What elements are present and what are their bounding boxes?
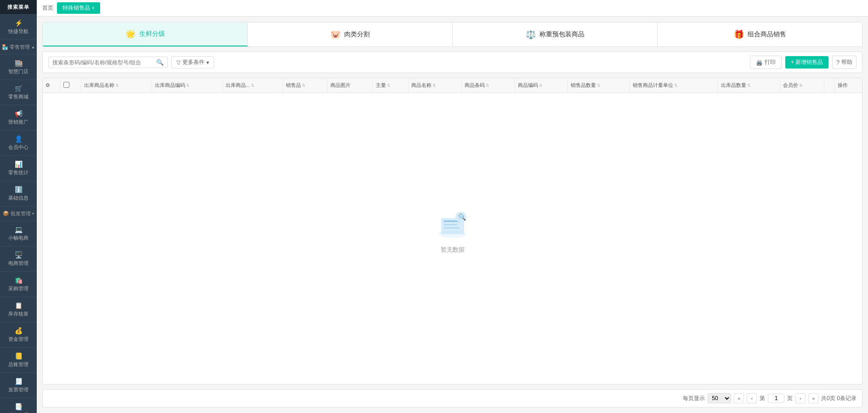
- search-box[interactable]: 🔍: [48, 57, 168, 68]
- sort-outbound-etc[interactable]: 出库商品... ⇅: [226, 82, 280, 89]
- pagination: 每页显示 50 10 20 100 « ‹ 第 页 › » 共0页 0条记录: [42, 389, 862, 407]
- filter-icon: ▽: [176, 59, 181, 66]
- table-wrapper: ⚙ 出库商品名称 ⇅ 出库商品编码 ⇅: [42, 78, 862, 384]
- sort-icon-12: ⇅: [799, 83, 803, 88]
- filter-label: 更多条件: [182, 58, 204, 66]
- sort-unit[interactable]: 销售商品计量单位 ⇅: [633, 82, 715, 89]
- sidebar-item-retailstats[interactable]: 📊 零售统计: [0, 156, 37, 181]
- sidebar-item-ecommercemgmt[interactable]: 🖥️ 电商管理: [0, 247, 37, 272]
- sidebar-section-wholesale[interactable]: 📦 批发管理 ▾: [0, 206, 37, 221]
- sort-product-code[interactable]: 商品编码 ⇅: [518, 82, 565, 89]
- wholesale-arrow: ▾: [32, 212, 34, 216]
- th-barcode: 商品条码 ⇅: [461, 78, 515, 93]
- sidebar-item-basicinfo1[interactable]: ℹ️ 基础信息: [0, 181, 37, 206]
- retailstats-icon: 📊: [15, 161, 23, 168]
- retailmall-icon: 🛒: [15, 85, 23, 92]
- sort-outbound-name[interactable]: 出库商品名称 ⇅: [84, 82, 149, 89]
- sidebar-item-finance[interactable]: 💰 资金管理: [0, 322, 37, 348]
- finance-icon: 💰: [15, 327, 23, 334]
- sidebar-item-ledger[interactable]: 📒 总账管理: [0, 348, 37, 373]
- th-sales-qty: 销售品数量 ⇅: [568, 78, 630, 93]
- sidebar-item-quicknav[interactable]: ⚡ 快捷导航: [0, 15, 37, 40]
- page-label-pre: 第: [760, 395, 765, 402]
- cat-tab-combo[interactable]: 🎁 组合商品销售: [658, 23, 862, 46]
- sidebar-item-ecommerce[interactable]: 💻 小畅电商: [0, 221, 37, 247]
- tax-icon: 📑: [15, 403, 23, 410]
- category-tabs: 🌟 生鲜分级 🐷 肉类分割 ⚖️ 称重预包装商品 🎁 组合商品销售: [42, 22, 862, 47]
- sort-icon-9: ⇅: [597, 83, 601, 88]
- sort-sales-qty[interactable]: 销售品数量 ⇅: [571, 82, 627, 89]
- sort-icon-6: ⇅: [432, 83, 436, 88]
- toolbar-left: 🔍 ▽ 更多条件 ▾: [48, 56, 214, 69]
- cat-tab-meat[interactable]: 🐷 肉类分割: [248, 23, 453, 46]
- combo-icon: 🎁: [734, 29, 744, 40]
- smartstore-icon: 🏬: [15, 59, 23, 67]
- members-icon: 👤: [15, 135, 23, 143]
- th-product-code: 商品编码 ⇅: [515, 78, 568, 93]
- search-icon[interactable]: 🔍: [156, 59, 164, 66]
- sort-sales-item[interactable]: 销售品 ⇅: [286, 82, 324, 89]
- sort-product-name[interactable]: 商品名称 ⇅: [411, 82, 459, 89]
- th-outbound-code: 出库商品编码 ⇅: [152, 78, 223, 93]
- svg-text:🔍: 🔍: [458, 213, 466, 221]
- search-input[interactable]: [52, 59, 154, 66]
- print-button[interactable]: 🖨️ 打印: [750, 56, 782, 69]
- sidebar-item-invoice[interactable]: 🧾 发票管理: [0, 373, 37, 398]
- sidebar-item-retailmall[interactable]: 🛒 零售商城: [0, 80, 37, 105]
- empty-illustration: 🔍: [434, 209, 471, 241]
- ecommercemgmt-icon: 🖥️: [15, 251, 23, 258]
- inventory-icon: 📋: [15, 302, 23, 309]
- sidebar-item-marketing[interactable]: 📢 营销推广: [0, 105, 37, 131]
- th-unit: 销售商品计量单位 ⇅: [630, 78, 718, 93]
- prev-page-button[interactable]: ‹: [747, 393, 757, 403]
- add-product-button[interactable]: + 新增销售品: [785, 56, 828, 69]
- fresh-icon: 🌟: [125, 29, 136, 39]
- filter-button[interactable]: ▽ 更多条件 ▾: [171, 56, 214, 69]
- sort-outbound-code[interactable]: 出库商品编码 ⇅: [155, 82, 220, 89]
- help-button[interactable]: ? 帮助: [832, 56, 857, 69]
- per-page-select[interactable]: 50 10 20 100: [708, 393, 731, 403]
- cat-tab-fresh[interactable]: 🌟 生鲜分级: [43, 23, 248, 46]
- sort-barcode[interactable]: 商品条码 ⇅: [465, 82, 512, 89]
- total-info: 共0页 0条记录: [821, 395, 857, 402]
- print-icon: 🖨️: [756, 59, 763, 66]
- next-page-button[interactable]: ›: [795, 393, 806, 403]
- sidebar-item-purchase[interactable]: 🛍️ 采购管理: [0, 272, 37, 297]
- toolbar-right: 🖨️ 打印 + 新增销售品 ? 帮助: [750, 56, 857, 69]
- sidebar-item-tax[interactable]: 📑 税务管理: [0, 398, 37, 413]
- close-tab-icon[interactable]: ×: [92, 6, 95, 11]
- sort-main-weight[interactable]: 主量 ⇅: [376, 82, 406, 89]
- th-checkbox[interactable]: [61, 78, 81, 93]
- th-main-weight: 主量 ⇅: [373, 78, 408, 93]
- sort-icon-7: ⇅: [486, 83, 489, 88]
- active-tab[interactable]: 特殊销售品 ×: [57, 2, 100, 14]
- sidebar-item-smartstore[interactable]: 🏬 智慧门店: [0, 55, 37, 80]
- th-outbound-name: 出库商品名称 ⇅: [81, 78, 152, 93]
- home-tab[interactable]: 首页: [42, 4, 53, 12]
- select-all-checkbox[interactable]: [63, 82, 69, 88]
- page-input[interactable]: [768, 394, 784, 403]
- last-page-button[interactable]: »: [808, 393, 818, 403]
- th-product-image: 商品图片: [328, 78, 373, 93]
- basicinfo1-icon: ℹ️: [15, 186, 23, 193]
- th-empty: [824, 78, 834, 93]
- quicknav-icon: ⚡: [15, 19, 23, 27]
- th-settings[interactable]: ⚙: [43, 78, 61, 93]
- sort-outbound-qty[interactable]: 出库品数量 ⇅: [721, 82, 777, 89]
- empty-state: 🔍 暂无数据: [434, 209, 471, 254]
- invoice-icon: 🧾: [15, 378, 23, 385]
- sidebar-section-retail[interactable]: 🏪 零售管理 ▲: [0, 40, 37, 55]
- first-page-button[interactable]: «: [734, 393, 744, 403]
- cat-tab-weigh[interactable]: ⚖️ 称重预包装商品: [453, 23, 658, 46]
- retail-arrow: ▲: [31, 45, 35, 49]
- sidebar-logo[interactable]: 搜索菜单: [0, 0, 37, 15]
- ledger-icon: 📒: [15, 352, 23, 360]
- sort-icon-5: ⇅: [387, 83, 391, 88]
- sidebar-item-inventory[interactable]: 📋 库存核算: [0, 297, 37, 322]
- sort-member-price[interactable]: 会员价 ⇅: [783, 82, 822, 89]
- cat-tab-fresh-label: 生鲜分级: [139, 30, 165, 38]
- help-icon: ?: [836, 59, 840, 66]
- sidebar: 搜索菜单 ⚡ 快捷导航 🏪 零售管理 ▲ 🏬 智慧门店 🛒 零售商城 📢 营销推…: [0, 0, 37, 413]
- sidebar-item-members[interactable]: 👤 会员中心: [0, 131, 37, 156]
- sort-icon-10: ⇅: [674, 83, 678, 88]
